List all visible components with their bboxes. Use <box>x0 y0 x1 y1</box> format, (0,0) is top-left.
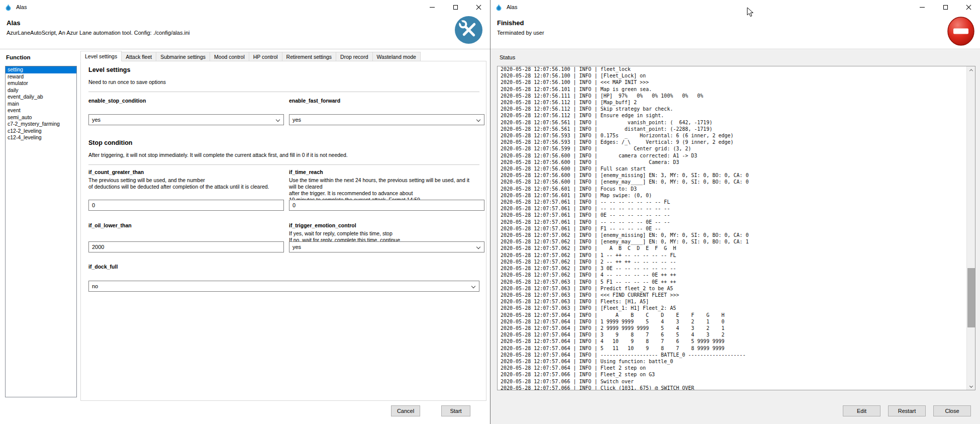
log-line: 2020-05-28 12:07:56.101 | INFO | Map is … <box>501 86 966 93</box>
function-list-item[interactable]: event_daily_ab <box>6 94 76 101</box>
log-line: 2020-05-28 12:07:57.066 | INFO | Switch … <box>501 378 966 385</box>
right-close-button[interactable] <box>957 0 980 14</box>
if-trigger-emotion-control-value: yes <box>292 244 301 250</box>
log-line: 2020-05-28 12:07:56.100 | INFO | <<< MAP… <box>501 79 966 86</box>
if-dock-full-label: if_dock_full <box>88 264 118 270</box>
enable-stop-condition-label: enable_stop_condition <box>88 98 146 104</box>
left-minimize-button[interactable] <box>421 0 444 14</box>
close-button[interactable]: Close <box>933 405 971 416</box>
if-dock-full-select[interactable]: no <box>88 281 479 292</box>
enable-fast-forward-label: enable_fast_forward <box>289 98 340 104</box>
log-line: 2020-05-28 12:07:57.064 | INFO | A B C D… <box>501 312 966 318</box>
log-content[interactable]: 2020-05-28 12:07:56.100 | INFO | fleet_l… <box>498 66 966 390</box>
log-line: 2020-05-28 12:07:56.599 | INFO | Center … <box>501 145 966 152</box>
function-list-item[interactable]: c12-2_leveling <box>6 128 76 135</box>
enable-stop-condition-select[interactable]: yes <box>88 114 284 125</box>
stop-condition-desc: After triggering, it will not stop immed… <box>88 152 348 158</box>
tools-icon <box>455 16 482 46</box>
left-maximize-button[interactable] <box>444 0 467 14</box>
log-line: 2020-05-28 12:07:56.601 | INFO | Focus t… <box>501 186 966 192</box>
settings-tab[interactable]: Retirement settings <box>282 52 336 61</box>
log-line: 2020-05-28 12:07:56.111 | INFO | [HP] 97… <box>501 93 966 99</box>
log-line: 2020-05-28 12:07:56.593 | INFO | Edges: … <box>501 139 966 145</box>
alas-app-icon <box>495 3 503 11</box>
log-scrollbar[interactable] <box>966 66 975 390</box>
function-list[interactable]: setting reward emulator daily event_dail… <box>5 66 77 397</box>
if-trigger-emotion-control-select[interactable]: yes <box>289 241 484 252</box>
function-list-item[interactable]: c7-2_mystery_farming <box>6 121 76 128</box>
maximize-icon <box>943 5 948 10</box>
cancel-button[interactable]: Cancel <box>391 405 420 416</box>
function-list-item[interactable]: reward <box>6 73 76 80</box>
settings-tab[interactable]: Level settings <box>80 51 122 61</box>
right-titlebar[interactable]: Alas <box>491 0 980 14</box>
log-line: 2020-05-28 12:07:56.112 | INFO | Ensure … <box>501 112 966 119</box>
function-list-item[interactable]: event <box>6 107 76 114</box>
log-box[interactable]: 2020-05-28 12:07:56.100 | INFO | fleet_l… <box>497 66 975 390</box>
right-minimize-button[interactable] <box>911 0 934 14</box>
log-line: 2020-05-28 12:07:56.100 | INFO | fleet_l… <box>501 66 966 72</box>
status-label: Status <box>500 54 515 60</box>
log-line: 2020-05-28 12:07:56.561 | INFO | vanish_… <box>501 119 966 126</box>
chevron-down-icon <box>276 118 280 122</box>
log-line: 2020-05-28 12:07:57.062 | INFO | 4 -- --… <box>501 272 966 278</box>
function-panel-label: Function <box>6 54 31 60</box>
status-area: Status 2020-05-28 12:07:56.100 | INFO | … <box>491 50 980 424</box>
log-line: 2020-05-28 12:07:57.062 | INFO | A B C D… <box>501 245 966 251</box>
close-icon <box>476 5 481 10</box>
log-line: 2020-05-28 12:07:57.062 | INFO | [enemy_… <box>501 232 966 238</box>
right-maximize-button[interactable] <box>934 0 957 14</box>
if-time-reach-input[interactable] <box>289 200 484 211</box>
function-list-item[interactable]: emulator <box>6 80 76 87</box>
divider <box>88 164 479 165</box>
function-list-item[interactable]: c12-4_leveling <box>6 134 76 141</box>
if-count-greater-than-desc: The previous setting will be used, and t… <box>88 177 269 190</box>
log-line: 2020-05-28 12:07:57.064 | INFO | -------… <box>501 352 966 358</box>
if-oil-lower-than-input[interactable] <box>88 241 284 252</box>
restart-button[interactable]: Restart <box>888 405 926 416</box>
finished-title: Finished <box>497 19 524 27</box>
log-line: 2020-05-28 12:07:57.061 | INFO | -- -- -… <box>501 219 966 225</box>
if-dock-full-value: no <box>92 283 98 289</box>
log-line: 2020-05-28 12:07:57.062 | INFO | [enemy_… <box>501 238 966 245</box>
chevron-down-icon <box>476 118 480 122</box>
log-line: 2020-05-28 12:07:57.061 | INFO | F1 -- -… <box>501 225 966 232</box>
function-list-item[interactable]: daily <box>6 87 76 94</box>
stop-sign-icon <box>947 16 975 48</box>
enable-stop-condition-value: yes <box>92 117 101 123</box>
log-line: 2020-05-28 12:07:56.601 | INFO | Map swi… <box>501 192 966 199</box>
scroll-up-icon[interactable] <box>967 66 975 74</box>
log-line: 2020-05-28 12:07:57.062 | INFO | 3 0E --… <box>501 265 966 272</box>
settings-tab[interactable]: Mood control <box>210 52 249 61</box>
left-window-title: Alas <box>16 4 27 10</box>
settings-tab[interactable]: HP control <box>249 52 282 61</box>
function-list-item[interactable]: semi_auto <box>6 114 76 121</box>
log-line: 2020-05-28 12:07:56.600 | INFO | Full sc… <box>501 165 966 172</box>
enable-fast-forward-select[interactable]: yes <box>289 114 484 125</box>
finished-subtitle: Terminated by user <box>497 30 544 36</box>
log-line: 2020-05-28 12:07:57.063 | INFO | 5 F1 --… <box>501 279 966 285</box>
log-line: 2020-05-28 12:07:57.066 | INFO | Click (… <box>501 385 966 390</box>
settings-tab[interactable]: Wasteland mode <box>372 52 421 61</box>
alas-status-window: Alas Finished Terminated by user <box>491 0 980 424</box>
scroll-down-icon[interactable] <box>967 382 975 390</box>
if-count-greater-than-input[interactable] <box>88 200 284 211</box>
log-line: 2020-05-28 12:07:57.064 | INFO | Fleet 2… <box>501 365 966 371</box>
minimize-icon <box>430 7 435 8</box>
right-header: Finished Terminated by user <box>491 14 980 49</box>
edit-button[interactable]: Edit <box>843 405 880 416</box>
log-line: 2020-05-28 12:07:56.600 | INFO | [enemy_… <box>501 172 966 179</box>
settings-tab[interactable]: Attack fleet <box>121 52 156 61</box>
function-list-item[interactable]: setting <box>6 66 76 73</box>
settings-tab[interactable]: Drop record <box>336 52 372 61</box>
start-button[interactable]: Start <box>441 405 470 416</box>
scrollbar-thumb[interactable] <box>967 268 975 327</box>
left-header-subtitle: AzurLaneAutoScript, An Azur Lane automat… <box>7 30 189 36</box>
log-line: 2020-05-28 12:07:57.064 | INFO | 3 9 8 7… <box>501 331 966 338</box>
level-settings-panel: Level settings Need to run once to save … <box>80 61 486 401</box>
section-title: Level settings <box>88 66 130 73</box>
function-list-item[interactable]: main <box>6 101 76 108</box>
settings-tab[interactable]: Submarine settings <box>156 52 210 61</box>
left-close-button[interactable] <box>467 0 490 14</box>
left-titlebar[interactable]: Alas <box>0 0 490 14</box>
